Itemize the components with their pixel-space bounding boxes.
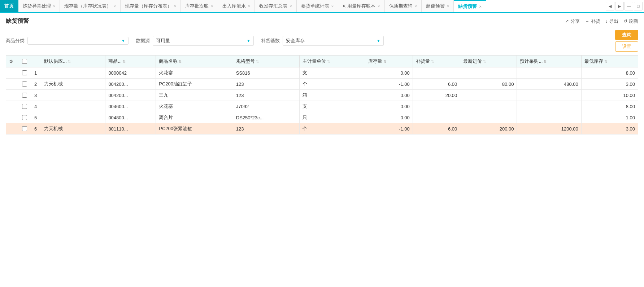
tab-batch-account[interactable]: 库存批次账× (181, 0, 218, 12)
tab-close-requisition-stats[interactable]: × (331, 4, 334, 8)
row-checkbox-1[interactable] (22, 81, 27, 87)
col-header-unit[interactable]: 主计量单位⇅ (299, 56, 365, 67)
tab-close-inout-flow[interactable]: × (248, 4, 250, 8)
col-header-default_supplier[interactable]: 默认供应...⇅ (41, 56, 105, 67)
tab-label-pick-exception: 拣货异常处理 (23, 3, 51, 9)
cell-check-row5 (19, 123, 30, 134)
tab-scroll-left[interactable]: ◀ (606, 2, 614, 10)
cell-product_code-row3: 004600... (105, 101, 156, 112)
col-header-latest_price[interactable]: 最新进价⇅ (460, 56, 517, 67)
tab-close-inventory-status[interactable]: × (113, 4, 116, 8)
sort-icon-replenish_qty: ⇅ (431, 59, 434, 63)
cell-unit-row2: 箱 (299, 90, 365, 101)
page-content: 缺货预警 ↗ 分享 ＋ 补货 ↓ 导出 ↺ 刷新 商品分类 (0, 13, 644, 287)
datasource-filter-group: 数据源 可用量 ▼ (136, 36, 254, 46)
cell-est_purchase-row3 (517, 101, 581, 112)
tab-label-inventory-dist: 现存量（库存分布表） (125, 3, 172, 9)
tab-requisition-stats[interactable]: 要货单统计表× (297, 0, 338, 12)
cell-row_num-row0: 1 (30, 67, 41, 79)
cell-unit-row0: 支 (299, 67, 365, 79)
export-button[interactable]: ↓ 导出 (605, 18, 619, 25)
col-header-stock[interactable]: 库存量⇅ (365, 56, 413, 67)
cell-gear-row1 (6, 79, 19, 90)
row-checkbox-0[interactable] (22, 70, 27, 75)
cell-gear-row0 (6, 67, 19, 79)
cell-unit-row4: 只 (299, 112, 365, 123)
data-table: ⚙默认供应...⇅商品...⇅商品名称⇅规格型号⇅主计量单位⇅库存量⇅补货量⇅最… (6, 55, 638, 134)
row-checkbox-3[interactable] (22, 104, 27, 109)
refresh-button[interactable]: ↺ 刷新 (623, 18, 638, 25)
settings-button[interactable]: 设置 (615, 41, 638, 52)
header-actions: ↗ 分享 ＋ 补货 ↓ 导出 ↺ 刷新 (565, 18, 639, 25)
col-header-product_code[interactable]: 商品...⇅ (105, 56, 156, 67)
cell-latest_price-row3 (460, 101, 517, 112)
tab-maximize[interactable]: □ (634, 2, 643, 10)
tab-shelf-life[interactable]: 保质期查询× (385, 0, 422, 12)
tab-close-pick-exception[interactable]: × (53, 4, 55, 8)
cell-replenish_qty-row3 (413, 101, 460, 112)
tab-close-shelf-life[interactable]: × (415, 4, 417, 8)
col-header-est_purchase[interactable]: 预计采购...⇅ (517, 56, 581, 67)
table-row: 4004600...火花塞J7092支0.008.00 (6, 101, 638, 112)
cell-replenish_qty-row2: 20.00 (413, 90, 460, 101)
col-header-min_stock[interactable]: 最低库存⇅ (581, 56, 638, 67)
tab-minimize[interactable]: — (625, 2, 633, 10)
category-arrow-icon: ▼ (121, 39, 125, 43)
row-checkbox-2[interactable] (22, 93, 27, 98)
tab-shortage-warning[interactable]: 缺货预警× (454, 0, 486, 12)
cell-default_supplier-row1: 力天机械 (41, 79, 105, 90)
tab-inout-flow[interactable]: 出入库流水× (218, 0, 255, 12)
gear-icon[interactable]: ⚙ (9, 59, 13, 64)
tab-pick-exception[interactable]: 拣货异常处理× (18, 0, 60, 12)
cell-gear-row4 (6, 112, 19, 123)
cell-row_num-row3: 4 (30, 101, 41, 112)
cell-min_stock-row3: 8.00 (581, 101, 638, 112)
cell-spec-row5: 123 (233, 123, 299, 134)
col-header-spec[interactable]: 规格型号⇅ (233, 56, 299, 67)
replenish-button[interactable]: ＋ 补货 (585, 18, 600, 25)
share-button[interactable]: ↗ 分享 (565, 18, 580, 25)
tab-scroll-right[interactable]: ▶ (615, 2, 624, 10)
cell-row_num-row2: 3 (30, 90, 41, 101)
datasource-arrow-icon: ▼ (247, 39, 251, 43)
datasource-select[interactable]: 可用量 ▼ (153, 36, 254, 46)
cell-latest_price-row2 (460, 90, 517, 101)
tab-inventory-status[interactable]: 现存量（库存状况表）× (60, 0, 120, 12)
tab-close-available-ledger[interactable]: × (378, 4, 380, 8)
tab-recv-send-summary[interactable]: 收发存汇总表× (255, 0, 296, 12)
tab-label-shelf-life: 保质期查询 (389, 3, 413, 9)
page-title: 缺货预警 (6, 17, 29, 25)
tab-available-ledger[interactable]: 可用量库存账本× (338, 0, 384, 12)
query-button[interactable]: 查询 (615, 30, 638, 40)
row-checkbox-5[interactable] (22, 126, 27, 131)
tab-home[interactable]: 首页 (0, 0, 18, 12)
tab-bar: 首页拣货异常处理×现存量（库存状况表）×现存量（库存分布表）×库存批次账×出入库… (0, 0, 644, 13)
row-checkbox-4[interactable] (22, 115, 27, 120)
cell-spec-row3: J7092 (233, 101, 299, 112)
replenish-base-select[interactable]: 安全库存 ▼ (283, 36, 384, 46)
tab-label-batch-account: 库存批次账 (185, 3, 209, 9)
tab-label-shortage-warning: 缺货预警 (458, 3, 477, 10)
tab-close-shortage-warning[interactable]: × (479, 4, 481, 9)
tab-inventory-dist[interactable]: 现存量（库存分布表）× (121, 0, 181, 12)
col-header-product_name[interactable]: 商品名称⇅ (156, 56, 233, 67)
cell-product_code-row1: 004200... (105, 79, 156, 90)
cell-replenish_qty-row4 (413, 112, 460, 123)
sort-icon-product_code: ⇅ (123, 59, 126, 63)
cell-product_code-row2: 004200... (105, 90, 156, 101)
cell-spec-row0: SS816 (233, 67, 299, 79)
tab-overstock-warning[interactable]: 超储预警× (422, 0, 454, 12)
tab-close-inventory-dist[interactable]: × (174, 4, 176, 8)
cell-row_num-row5: 6 (30, 123, 41, 134)
tab-close-recv-send-summary[interactable]: × (290, 4, 292, 8)
tab-close-batch-account[interactable]: × (211, 4, 213, 8)
cell-min_stock-row4: 1.00 (581, 112, 638, 123)
select-all-checkbox[interactable] (22, 59, 27, 64)
cell-row_num-row4: 5 (30, 112, 41, 123)
cell-unit-row1: 个 (299, 79, 365, 90)
cell-default_supplier-row0 (41, 67, 105, 79)
tab-close-overstock-warning[interactable]: × (447, 4, 449, 8)
col-header-replenish_qty[interactable]: 补货量⇅ (413, 56, 460, 67)
category-select[interactable]: ▼ (27, 37, 129, 45)
cell-product_name-row1: PC200油缸缸子 (156, 79, 233, 90)
